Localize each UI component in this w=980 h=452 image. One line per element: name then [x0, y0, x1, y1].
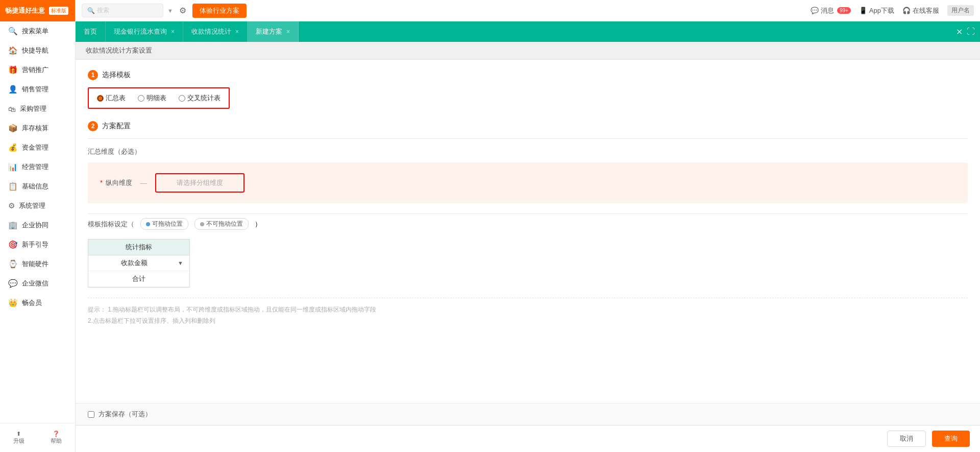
gift-icon: 🎁: [8, 65, 18, 75]
draggable-dot: [146, 222, 150, 226]
page-title: 收款情况统计方案设置: [76, 42, 980, 60]
sidebar: 畅捷通好生意 标准版 🔍 搜索菜单 🏠 快捷导航 🎁 营销推广 👤 销售管理 🛍…: [0, 0, 76, 452]
tab-bank[interactable]: 现金银行流水查询 ×: [106, 21, 183, 42]
chart-icon: 📊: [8, 162, 18, 172]
non-draggable-dot: [200, 222, 204, 226]
sidebar-item-hardware[interactable]: ⌚ 智能硬件: [0, 254, 75, 274]
stats-table: 统计指标 收款金额 ▼ 合计: [88, 239, 190, 288]
download-icon: 📱: [859, 7, 867, 14]
tab-close-icon[interactable]: ✕: [956, 27, 963, 37]
sidebar-item-guide[interactable]: 🎯 新手引导: [0, 235, 75, 254]
stats-table-header: 统计指标: [88, 240, 189, 255]
radio-summary[interactable]: 汇总表: [97, 93, 126, 103]
save-checkbox[interactable]: [88, 411, 94, 418]
sidebar-item-basic[interactable]: 📋 基础信息: [0, 177, 75, 196]
radio-cross[interactable]: 交叉统计表: [179, 93, 220, 103]
sidebar-bottom: ⬆ 升级 ❓ 帮助: [0, 423, 75, 452]
cancel-button[interactable]: 取消: [887, 431, 926, 447]
message-icon: 💬: [811, 7, 819, 14]
step2-number: 2: [88, 121, 98, 131]
sidebar-item-inventory[interactable]: 📦 库存核算: [0, 118, 75, 138]
save-option-label: 方案保存（可选）: [99, 410, 152, 419]
draggable-tag: 可拖动位置: [140, 218, 188, 230]
step2-header: 2 方案配置: [88, 121, 968, 131]
settings-icon: ⚙: [8, 201, 15, 210]
sidebar-item-label: 基础信息: [22, 182, 48, 191]
tab-home[interactable]: 首页: [76, 21, 106, 42]
stats-total: 合计: [94, 274, 183, 283]
user-profile[interactable]: 用户名: [947, 5, 974, 16]
dim-select-box[interactable]: 请选择分组维度: [155, 173, 244, 193]
tab-new-plan[interactable]: 新建方案 ×: [248, 21, 299, 42]
vertical-dim-label: * 纵向维度: [100, 178, 132, 187]
query-button[interactable]: 查询: [932, 431, 970, 447]
search-icon: 🔍: [87, 7, 95, 14]
sidebar-item-label: 智能硬件: [22, 259, 48, 269]
step2-title: 方案配置: [102, 122, 131, 131]
radio-cross-input[interactable]: [179, 95, 185, 102]
stats-table-row-total: 合计: [88, 271, 189, 287]
radio-detail-input[interactable]: [138, 95, 144, 102]
sidebar-item-label: 畅会员: [22, 298, 42, 307]
tip-1: 提示： 1.拖动标题栏可以调整布局，不可跨维度或指标区域拖动，且仅能在同一维度或…: [88, 304, 968, 316]
tabs-right-actions: ✕ ⛶: [951, 21, 980, 42]
sidebar-item-wechat[interactable]: 💬 企业微信: [0, 274, 75, 293]
step1-number: 1: [88, 70, 98, 80]
message-button[interactable]: 💬 消息 99+: [811, 6, 851, 15]
content-area: 收款情况统计方案设置 1 选择模板 汇总表 明细表: [76, 42, 980, 425]
building-icon: 🏢: [8, 221, 18, 230]
trial-industry-button[interactable]: 体验行业方案: [192, 4, 247, 18]
app-download-button[interactable]: 📱 App下载: [859, 6, 894, 15]
sidebar-item-label: 经营管理: [22, 162, 48, 172]
sidebar-item-marketing[interactable]: 🎁 营销推广: [0, 60, 75, 80]
sidebar-item-system[interactable]: ⚙ 系统管理: [0, 196, 75, 216]
sidebar-item-quick-nav[interactable]: 🏠 快捷导航: [0, 41, 75, 60]
sidebar-item-operation[interactable]: 📊 经营管理: [0, 157, 75, 177]
sidebar-item-search-menu[interactable]: 🔍 搜索菜单: [0, 21, 75, 41]
sidebar-item-label: 营销推广: [22, 65, 48, 75]
sidebar-item-purchase[interactable]: 🛍 采购管理: [0, 99, 75, 118]
radio-detail[interactable]: 明细表: [138, 93, 166, 103]
metrics-header: 模板指标设定（ 可拖动位置 不可拖动位置 ）: [88, 213, 968, 234]
sidebar-item-label: 新手引导: [22, 240, 48, 249]
settings-icon[interactable]: ⚙: [179, 6, 186, 15]
sidebar-item-label: 企业微信: [22, 279, 48, 288]
radio-summary-input[interactable]: [97, 95, 104, 102]
tab-new-plan-close[interactable]: ×: [286, 28, 290, 35]
sidebar-item-label: 销售管理: [22, 85, 48, 94]
sidebar-item-label: 资金管理: [22, 143, 48, 152]
help-btn[interactable]: ❓ 帮助: [38, 427, 76, 448]
tab-bank-close[interactable]: ×: [171, 28, 175, 35]
tab-collect[interactable]: 收款情况统计 ×: [183, 21, 248, 42]
home-icon: 🏠: [8, 46, 18, 55]
sidebar-item-sales[interactable]: 👤 销售管理: [0, 80, 75, 99]
sidebar-item-member[interactable]: 👑 畅会员: [0, 293, 75, 313]
clipboard-icon: 📋: [8, 182, 18, 191]
money-icon: 💰: [8, 143, 18, 152]
bag-icon: 🛍: [8, 105, 16, 113]
sidebar-item-label: 采购管理: [20, 104, 46, 113]
sidebar-item-fund[interactable]: 💰 资金管理: [0, 138, 75, 157]
tab-expand-icon[interactable]: ⛶: [967, 27, 975, 36]
footer-bar: 取消 查询: [76, 425, 980, 452]
sidebar-item-corp[interactable]: 🏢 企业协同: [0, 216, 75, 235]
online-consult-button[interactable]: 🎧 在线客服: [902, 6, 939, 15]
step1-title: 选择模板: [102, 70, 131, 80]
form-area: 1 选择模板 汇总表 明细表 交叉统计表: [76, 60, 980, 403]
template-select-group: 汇总表 明细表 交叉统计表: [88, 87, 230, 109]
tip-2: 2.点击标题栏下拉可设置排序、插入列和删除列: [88, 316, 968, 327]
tab-bar: 首页 现金银行流水查询 × 收款情况统计 × 新建方案 × ✕ ⛶: [76, 21, 980, 42]
step1-section: 1 选择模板 汇总表 明细表 交叉统计表: [88, 70, 968, 109]
topbar-dropdown-arrow[interactable]: ▼: [167, 8, 173, 14]
sidebar-item-label: 系统管理: [19, 201, 45, 210]
tab-collect-close[interactable]: ×: [235, 28, 239, 35]
sidebar-item-label: 快捷导航: [22, 46, 48, 55]
metrics-title: 模板指标设定（: [88, 220, 134, 229]
upgrade-btn[interactable]: ⬆ 升级: [0, 427, 38, 448]
step2-section: 2 方案配置 汇总维度（必选） * 纵向维度 — 请选择分组维度: [88, 121, 968, 326]
sidebar-logo: 畅捷通好生意 标准版: [0, 0, 75, 21]
col1-dropdown[interactable]: ▼: [178, 260, 183, 266]
dim-arrow: —: [140, 179, 147, 187]
plan-config: 汇总维度（必选） * 纵向维度 — 请选择分组维度 模板指标设定（: [88, 138, 968, 326]
topbar-search-box[interactable]: 🔍 搜索: [82, 4, 163, 17]
